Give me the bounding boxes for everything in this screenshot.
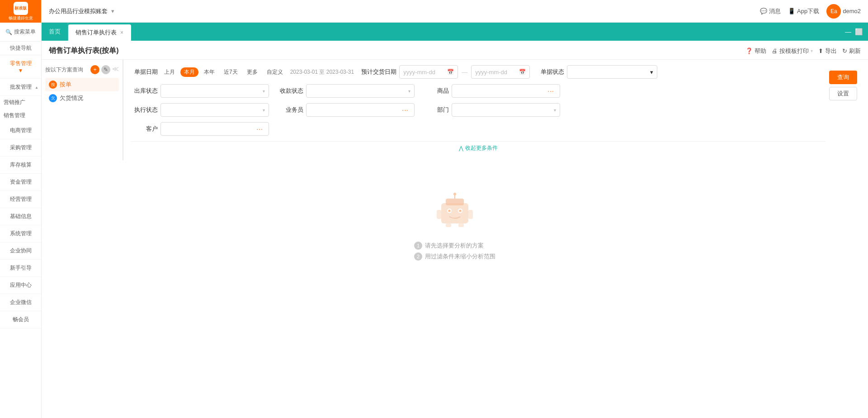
sidebar-item-system-label: 系统管理	[10, 230, 32, 238]
message-icon: 💬	[760, 8, 767, 14]
salesman-select[interactable]: ···	[306, 103, 415, 117]
page-container: 销售订单执行表(按单) ❓ 帮助 🖨 按模板打印 ▾ ⬆ 导出	[42, 41, 868, 418]
dept-select[interactable]: ▾	[452, 103, 560, 117]
avatar-text: Ea	[830, 8, 837, 14]
left-panel: 按以下方案查询 + ✎ ≪ 按	[42, 60, 123, 160]
filter-rows: 单据日期 上月 本月 本年 近7天 更多 自定义 2023-03-01 至 20…	[131, 65, 826, 155]
collapse-more-btn[interactable]: ⋀ 收起更多条件	[131, 141, 826, 155]
dept-chevron: ▾	[554, 108, 556, 113]
salesman-dots[interactable]: ···	[400, 106, 410, 114]
goods-dots[interactable]: ···	[546, 87, 556, 95]
svg-point-5	[459, 210, 462, 212]
goods-select[interactable]: ···	[452, 84, 560, 98]
tab-minimize-icon[interactable]: —	[845, 28, 851, 35]
filter-row-4: 客户 ···	[131, 122, 826, 136]
out-status-select[interactable]: ▾	[160, 84, 269, 98]
left-panel-title: 按以下方案查询	[45, 66, 83, 74]
exec-status-select[interactable]: ▾	[160, 103, 269, 117]
query-btn[interactable]: 查询	[829, 71, 857, 84]
setting-btn[interactable]: 设置	[829, 87, 857, 100]
page-actions: ❓ 帮助 🖨 按模板打印 ▾ ⬆ 导出 ↻ 刷新	[745, 47, 861, 55]
tab-home[interactable]: 首页	[42, 23, 68, 41]
main-area: 办公用品行业模拟账套 ▾ 💬 消息 📱 App下载 Ea demo2 首页	[42, 0, 868, 418]
goods-label: 商品	[422, 87, 449, 95]
sidebar-item-operations[interactable]: 经营管理	[0, 191, 41, 208]
export-btn[interactable]: ⬆ 导出	[818, 47, 837, 55]
help-btn[interactable]: ❓ 帮助	[745, 47, 766, 55]
tab-maximize-icon[interactable]: ⬜	[855, 28, 863, 35]
user-menu[interactable]: Ea demo2	[826, 4, 861, 19]
filter-customer: 客户 ···	[131, 122, 269, 136]
date-tag-custom[interactable]: 自定义	[263, 67, 287, 77]
add-scheme-btn[interactable]: +	[90, 65, 99, 74]
scheme-item-backorder[interactable]: 欠 欠货情况	[45, 91, 119, 105]
predict-date-label: 预计交货日期	[361, 68, 396, 76]
scheme-item-byorder[interactable]: 按 按单	[45, 78, 119, 91]
app-download-icon: 📱	[788, 8, 795, 14]
predict-date-end[interactable]: yyyy-mm-dd 📅	[471, 65, 530, 79]
sidebar-item-newbie-label: 新手引导	[10, 264, 32, 272]
customer-select[interactable]: ···	[160, 122, 269, 136]
tab-close-icon[interactable]: ×	[120, 29, 123, 36]
sidebar-item-member-label: 畅会员	[13, 316, 29, 323]
logo-text: 畅捷通好生意	[9, 16, 33, 21]
template-print-btn[interactable]: 🖨 按模板打印 ▾	[772, 47, 813, 55]
filter-status: 单据状态 ▾	[537, 65, 657, 79]
edit-scheme-btn[interactable]: ✎	[101, 65, 110, 74]
sidebar-item-ecommerce[interactable]: 电商管理	[0, 122, 41, 139]
scheme-icon-byorder: 按	[49, 81, 57, 89]
calendar-icon-end: 📅	[519, 69, 526, 75]
export-label: 导出	[825, 47, 837, 55]
search-menu-item[interactable]: 🔍 搜索菜单	[3, 26, 38, 38]
tab-home-label: 首页	[49, 28, 61, 36]
predict-start-placeholder: yyyy-mm-dd	[403, 69, 435, 76]
sidebar-item-enterprise[interactable]: 企业协同	[0, 242, 41, 260]
sidebar-item-purchase[interactable]: 采购管理	[0, 139, 41, 157]
filter-exec-status: 执行状态 ▾	[131, 103, 269, 117]
recv-status-select[interactable]: ▾	[306, 84, 415, 98]
step-num-1: 1	[414, 242, 422, 250]
page-body: 按以下方案查询 + ✎ ≪ 按	[42, 60, 868, 160]
app-download-btn[interactable]: 📱 App下载	[788, 7, 819, 15]
empty-steps-list: 1 请先选择要分析的方案 2 用过滤条件来缩小分析范围	[414, 242, 495, 263]
sidebar-item-inventory[interactable]: 库存核算	[0, 157, 41, 174]
date-tag-7days[interactable]: 近7天	[220, 67, 241, 77]
edit-scheme-icon: ✎	[104, 66, 108, 73]
status-select[interactable]: ▾	[567, 65, 657, 79]
date-tag-more[interactable]: 更多	[243, 67, 261, 77]
collapse-icon: ⋀	[459, 145, 463, 152]
tab-bar-right-actions: — ⬜	[845, 28, 868, 35]
filter-out-status: 出库状态 ▾	[131, 84, 269, 98]
collapse-panel-btn[interactable]: ≪	[112, 65, 119, 74]
sidebar-item-finance-label: 资金管理	[10, 178, 32, 186]
filter-row-1: 单据日期 上月 本月 本年 近7天 更多 自定义 2023-03-01 至 20…	[131, 65, 826, 79]
sidebar-item-wholesale[interactable]: 批发管理	[0, 79, 41, 96]
predict-date-start[interactable]: yyyy-mm-dd 📅	[399, 65, 458, 79]
date-tag-thismonth[interactable]: 本月	[180, 67, 198, 77]
customer-label: 客户	[131, 125, 158, 133]
quick-nav-item[interactable]: 快捷导航	[0, 42, 41, 55]
sidebar-item-member[interactable]: 畅会员	[0, 311, 41, 328]
customer-dots[interactable]: ···	[255, 125, 265, 133]
message-btn[interactable]: 💬 消息	[760, 7, 781, 15]
tab-sales-order[interactable]: 销售订单执行表 ×	[68, 24, 131, 41]
sidebar-item-system[interactable]: 系统管理	[0, 225, 41, 242]
date-tag-thisyear[interactable]: 本年	[200, 67, 218, 77]
sidebar-item-retail[interactable]: 零售管理	[0, 55, 41, 79]
logo-icon: 标准版	[14, 2, 28, 15]
breadcrumb-arrow[interactable]: ▾	[111, 8, 114, 14]
sidebar-item-newbie[interactable]: 新手引导	[0, 260, 41, 277]
sidebar-item-sales[interactable]: 销售管理	[0, 109, 41, 122]
content-area: 销售订单执行表(按单) ❓ 帮助 🖨 按模板打印 ▾ ⬆ 导出	[42, 41, 868, 418]
sidebar-item-marketing[interactable]: 营销推广	[0, 96, 41, 109]
exec-status-label: 执行状态	[131, 106, 158, 114]
refresh-btn[interactable]: ↻ 刷新	[842, 47, 861, 55]
sidebar-item-appcenter[interactable]: 应用中心	[0, 277, 41, 294]
sidebar-search-section[interactable]: 🔍 搜索菜单	[0, 23, 41, 42]
scheme-label-backorder: 欠货情况	[60, 94, 83, 102]
tab-sales-order-label: 销售订单执行表	[75, 28, 117, 37]
date-tag-lastmonth[interactable]: 上月	[160, 67, 179, 77]
sidebar-item-basics[interactable]: 基础信息	[0, 208, 41, 225]
sidebar-item-finance[interactable]: 资金管理	[0, 174, 41, 191]
sidebar-item-wechat[interactable]: 企业微信	[0, 294, 41, 311]
